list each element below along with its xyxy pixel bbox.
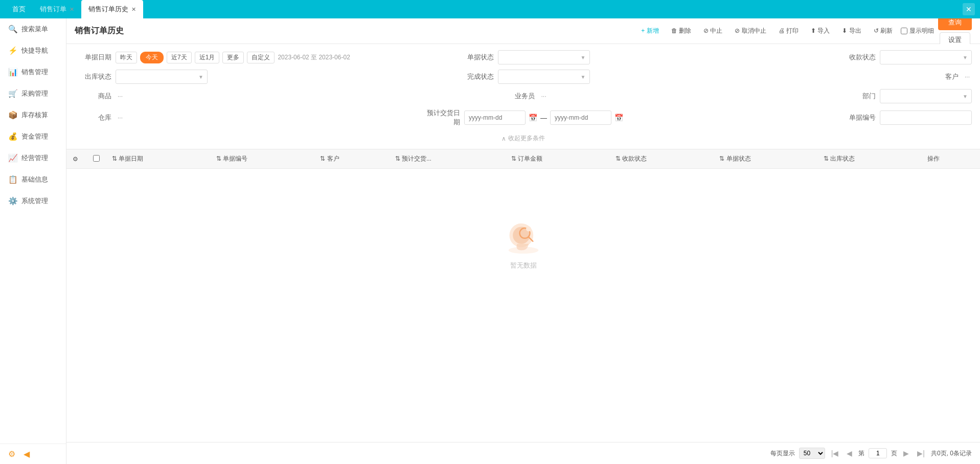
filter-row-3: 商品 ··· 业务员 ··· 部门 ▼ (75, 89, 972, 103)
goods-label: 商品 (75, 92, 116, 101)
filter-col-dept: 部门 ▼ (673, 89, 972, 103)
col-delivery-label: 预计交货... (402, 155, 431, 162)
filter-col-order-status: 单据状态 ▼ (374, 50, 673, 64)
date-btn-more[interactable]: 更多 (222, 52, 244, 63)
col-no-label: 单据编号 (223, 155, 247, 162)
import-button[interactable]: ⬆ 导入 (807, 25, 834, 37)
payment-status-label: 收款状态 (839, 53, 880, 62)
filter-col-warehouse: 仓库 ··· (75, 113, 374, 122)
sidebar-item-ops-mgmt-label: 经营管理 (21, 153, 48, 163)
complete-status-select[interactable] (498, 70, 590, 84)
payment-status-select-wrap: ▼ (880, 50, 972, 64)
sidebar-item-purchase-mgmt-label: 采购管理 (21, 89, 48, 98)
table-header-out-status[interactable]: ⇅ 出库状态 (817, 149, 922, 169)
stop-button[interactable]: ⊘ 中止 (699, 25, 726, 37)
customer-more-btn[interactable]: ··· (963, 73, 972, 80)
sidebar-item-basic-info[interactable]: 📋 基础信息 (0, 169, 66, 190)
salesperson-label: 业务员 (498, 92, 539, 101)
export-button[interactable]: ⬇ 导出 (838, 25, 865, 37)
filter-col-goods: 商品 ··· (75, 92, 374, 101)
refresh-button[interactable]: ↺ 刷新 (870, 25, 897, 37)
display-detail-checkbox[interactable] (901, 28, 907, 34)
table-header-amount[interactable]: ⇅ 订单金额 (505, 149, 609, 169)
salesperson-more-btn[interactable]: ··· (539, 93, 548, 100)
table-body: 暂无数据 (66, 169, 980, 312)
date-btn-7days[interactable]: 近7天 (167, 52, 192, 63)
page-number-input[interactable] (869, 448, 887, 458)
order-status-label: 单据状态 (457, 53, 498, 62)
basic-info-icon: 📋 (8, 175, 17, 184)
sidebar-item-sales-mgmt[interactable]: 📊 销售管理 (0, 61, 66, 83)
sidebar-item-quick-nav[interactable]: ⚡ 快捷导航 (0, 40, 66, 61)
goods-more-btn[interactable]: ··· (116, 93, 125, 100)
date-btn-today[interactable]: 今天 (140, 52, 164, 63)
tab-sales-order[interactable]: 销售订单 ✕ (33, 0, 81, 18)
delivery-date-from-wrap: 📅 — 📅 (464, 111, 623, 125)
date-btn-custom[interactable]: 自定义 (247, 52, 275, 63)
query-button[interactable]: 查询 (938, 18, 972, 30)
sidebar-item-sys-mgmt[interactable]: ⚙️ 系统管理 (0, 190, 66, 212)
payment-status-select[interactable] (880, 50, 972, 64)
new-button[interactable]: + 新增 (637, 25, 663, 37)
settings-bottom-icon[interactable]: ⚙ (8, 449, 15, 459)
sidebar-item-purchase-mgmt[interactable]: 🛒 采购管理 (0, 83, 66, 104)
sidebar-item-ops-mgmt[interactable]: 📈 经营管理 (0, 147, 66, 169)
dept-select[interactable] (880, 89, 972, 103)
date-from-calendar-icon[interactable]: 📅 (529, 114, 537, 122)
tab-sales-order-history-close[interactable]: ✕ (131, 6, 136, 13)
date-group: 昨天 今天 近7天 近1月 更多 自定义 2023-06-02 至 2023-0… (116, 52, 350, 63)
table-header-date[interactable]: ⇅ 单据日期 (106, 149, 210, 169)
tab-sales-order-close[interactable]: ✕ (70, 6, 74, 13)
table-header-order-status[interactable]: ⇅ 单据状态 (713, 149, 817, 169)
print-button[interactable]: 🖨 打印 (774, 25, 803, 37)
table-header-no[interactable]: ⇅ 单据编号 (210, 149, 314, 169)
delete-button[interactable]: 🗑 删除 (667, 25, 695, 37)
collapse-button[interactable]: ∧ 收起更多条件 (75, 132, 972, 143)
cancel-stop-button[interactable]: ⊘ 取消中止 (731, 25, 770, 37)
date-to-calendar-icon[interactable]: 📅 (614, 114, 623, 122)
sort-icon-amount: ⇅ (511, 155, 516, 162)
page-label-before: 第 (858, 449, 864, 458)
date-label: 单据日期 (75, 53, 116, 62)
table-header-payment-status[interactable]: ⇅ 收款状态 (609, 149, 714, 169)
delivery-date-to-input[interactable] (550, 111, 611, 125)
filter-col-delivery-date: 预计交货日期 📅 — 📅 (374, 108, 673, 127)
sort-icon-order-status: ⇅ (719, 155, 724, 162)
total-records-text: 共0页, 0条记录 (931, 449, 972, 458)
quick-nav-icon: ⚡ (8, 46, 17, 55)
delivery-date-label: 预计交货日期 (423, 108, 464, 127)
tab-sales-order-history[interactable]: 销售订单历史 ✕ (81, 0, 143, 18)
table-header-gear[interactable]: ⚙ (66, 149, 87, 169)
order-status-select[interactable] (498, 50, 590, 64)
warehouse-label: 仓库 (75, 113, 116, 122)
warehouse-more-btn[interactable]: ··· (116, 114, 125, 121)
prev-page-button[interactable]: ◀ (845, 448, 854, 458)
date-btn-1month[interactable]: 近1月 (195, 52, 220, 63)
delivery-date-from-input[interactable] (464, 111, 526, 125)
collapse-up-icon: ∧ (502, 135, 506, 142)
select-all-checkbox[interactable] (93, 155, 100, 162)
sidebar-item-funds-mgmt[interactable]: 💰 资金管理 (0, 126, 66, 147)
topbar-close-button[interactable]: ✕ (963, 3, 975, 15)
page-size-select[interactable]: 50 10 20 100 (799, 448, 825, 459)
filter-col-complete-status: 完成状态 ▼ (374, 70, 673, 84)
table-header-delivery[interactable]: ⇅ 预计交货... (389, 149, 506, 169)
empty-state-cell: 暂无数据 (66, 169, 980, 312)
funds-mgmt-icon: 💰 (8, 132, 17, 141)
display-detail-label: 显示明细 (909, 27, 934, 35)
out-stock-select[interactable] (116, 70, 208, 84)
table-header-customer[interactable]: ⇅ 客户 (314, 149, 389, 169)
sales-mgmt-icon: 📊 (8, 68, 17, 77)
first-page-button[interactable]: |◀ (829, 448, 841, 458)
svg-point-5 (526, 227, 531, 232)
last-page-button[interactable]: ▶| (915, 448, 927, 458)
next-page-button[interactable]: ▶ (901, 448, 911, 458)
tab-home[interactable]: 首页 (5, 0, 33, 18)
sidebar-item-search-menu[interactable]: 🔍 搜索菜单 (0, 18, 66, 40)
out-stock-label: 出库状态 (75, 72, 116, 81)
order-no-input[interactable] (880, 111, 972, 125)
sidebar-item-inventory[interactable]: 📦 库存核算 (0, 104, 66, 126)
date-btn-yesterday[interactable]: 昨天 (116, 52, 137, 63)
customer-label: 客户 (922, 72, 963, 81)
collapse-sidebar-icon[interactable]: ◀ (24, 449, 30, 459)
